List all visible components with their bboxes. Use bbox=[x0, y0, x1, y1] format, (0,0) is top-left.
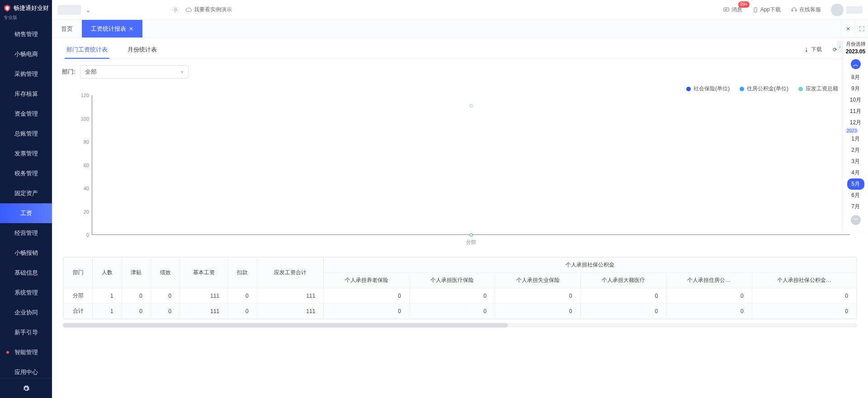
month-option[interactable]: 4月 bbox=[847, 167, 864, 178]
brand-name: 畅捷通好业财 bbox=[14, 4, 49, 12]
legend-c-label: 应发工资总额 bbox=[806, 85, 838, 93]
chart-zone: 社会保险(单位) 住房公积金(单位) 应发工资总额 02040608010012… bbox=[57, 82, 863, 251]
month-panel-header[interactable]: 月份选择 bbox=[846, 41, 866, 47]
month-option[interactable]: 3月 bbox=[847, 156, 864, 167]
tab-salary-label: 工资统计报表 bbox=[91, 25, 126, 33]
collapse-panel-button[interactable]: › bbox=[837, 41, 843, 52]
sidebar-item-5[interactable]: 总账管理 bbox=[0, 124, 52, 144]
tab-home[interactable]: 首页 bbox=[52, 20, 82, 37]
th-g5: 个人承担住房公… bbox=[666, 273, 752, 288]
org-selector[interactable]: ⌄ bbox=[57, 5, 166, 15]
user-name bbox=[846, 6, 863, 14]
y-tick: 60 bbox=[84, 163, 89, 168]
brand-edition: 专业版 bbox=[0, 14, 52, 21]
legend-a-label: 社会保险(单位) bbox=[693, 85, 730, 93]
sidebar-item-8[interactable]: 固定资产 bbox=[0, 183, 52, 203]
scrollbar-thumb[interactable] bbox=[63, 323, 508, 328]
month-option[interactable]: 11月 bbox=[847, 106, 864, 117]
cell: 0 bbox=[122, 304, 151, 319]
svg-rect-0 bbox=[724, 8, 729, 11]
month-option[interactable]: 10月 bbox=[847, 94, 864, 106]
th-perf: 绩效 bbox=[151, 258, 179, 288]
chevron-down-icon: ▾ bbox=[181, 69, 184, 75]
horizontal-scrollbar[interactable] bbox=[63, 323, 857, 328]
online-service-button[interactable]: 在线客服 bbox=[791, 6, 821, 14]
data-table: 部门 人数 津贴 绩效 基本工资 扣款 应发工资合计 个人承担社保公积金 个人承… bbox=[63, 257, 857, 319]
sidebar-item-2[interactable]: 采购管理 bbox=[0, 64, 52, 84]
subtab-month[interactable]: 月份统计表 bbox=[118, 41, 167, 58]
month-option[interactable]: 7月 bbox=[847, 201, 864, 212]
sidebar-item-9[interactable]: 工资 bbox=[0, 203, 52, 223]
close-all-button[interactable]: ✕ bbox=[841, 20, 854, 37]
th-g2: 个人承担医疗保险 bbox=[409, 273, 495, 288]
filter-row: 部门: 全部 ▾ bbox=[57, 59, 863, 82]
settings-icon[interactable] bbox=[172, 6, 179, 13]
sidebar: 畅捷通好业财 专业版 销售管理小畅电商采购管理库存核算资金管理总账管理发票管理税… bbox=[0, 0, 52, 398]
sidebar-item-4[interactable]: 资金管理 bbox=[0, 104, 52, 124]
month-option[interactable]: 1月 bbox=[847, 133, 864, 145]
content: 部门工资统计表 月份统计表 ⭳下载 ⟳刷新 部门: 全部 ▾ bbox=[52, 38, 868, 398]
month-option[interactable]: 6月 bbox=[847, 190, 864, 201]
sidebar-item-0[interactable]: 销售管理 bbox=[0, 24, 52, 44]
cell: 0 bbox=[324, 304, 409, 319]
cell: 0 bbox=[752, 288, 856, 304]
topbar: ⌄ 我要看实例演示 消息 99+ App下载 bbox=[52, 0, 868, 20]
y-tick: 120 bbox=[81, 93, 89, 98]
sidebar-item-6[interactable]: 发票管理 bbox=[0, 144, 52, 164]
fullscreen-button[interactable]: ⛶ bbox=[854, 20, 868, 37]
messages-badge: 99+ bbox=[738, 1, 750, 8]
cell: 111 bbox=[257, 304, 324, 319]
sidebar-item-7[interactable]: 税务管理 bbox=[0, 164, 52, 183]
table-row: 分部1001110111000000 bbox=[64, 288, 857, 304]
th-g1: 个人承担养老保险 bbox=[324, 273, 409, 288]
month-prev-button[interactable]: ︽ bbox=[851, 59, 861, 69]
subtab-department[interactable]: 部门工资统计表 bbox=[57, 41, 118, 58]
month-option[interactable]: 8月 bbox=[847, 72, 864, 83]
sidebar-item-11[interactable]: 小畅报销 bbox=[0, 243, 52, 263]
sidebar-item-15[interactable]: 新手引导 bbox=[0, 323, 52, 342]
cell: 0 bbox=[122, 288, 151, 304]
sidebar-item-14[interactable]: 企业协同 bbox=[0, 303, 52, 323]
subtab-b-label: 月份统计表 bbox=[127, 46, 157, 54]
cell: 0 bbox=[228, 288, 257, 304]
sidebar-item-1[interactable]: 小畅电商 bbox=[0, 44, 52, 64]
sidebar-item-3[interactable]: 库存核算 bbox=[0, 84, 52, 104]
sidebar-item-16[interactable]: 智能管理 bbox=[0, 342, 52, 362]
brand-icon bbox=[3, 4, 12, 13]
sidebar-item-17[interactable]: 应用中心 bbox=[0, 362, 52, 378]
legend-item-2[interactable]: 住房公积金(单位) bbox=[740, 85, 788, 93]
sidebar-item-13[interactable]: 系统管理 bbox=[0, 283, 52, 303]
download-button[interactable]: ⭳下载 bbox=[804, 46, 822, 53]
th-g6: 个人承担社保公积金… bbox=[752, 273, 856, 288]
legend-item-3[interactable]: 应发工资总额 bbox=[798, 85, 838, 93]
legend-dot-icon bbox=[740, 87, 744, 91]
cell: 111 bbox=[180, 288, 228, 304]
month-next-button[interactable]: ︾ bbox=[851, 215, 861, 225]
th-base: 基本工资 bbox=[180, 258, 228, 288]
th-g4: 个人承担大额医疗 bbox=[580, 273, 666, 288]
close-icon[interactable]: ✕ bbox=[129, 26, 133, 32]
legend-item-1[interactable]: 社会保险(单位) bbox=[686, 85, 730, 93]
month-option[interactable]: 5月 bbox=[847, 178, 864, 190]
report-panel: 部门工资统计表 月份统计表 ⭳下载 ⟳刷新 部门: 全部 ▾ bbox=[52, 38, 868, 398]
cell: 111 bbox=[257, 288, 324, 304]
department-select[interactable]: 全部 ▾ bbox=[80, 65, 189, 79]
cell: 0 bbox=[151, 288, 179, 304]
month-option[interactable]: 2月 bbox=[847, 145, 864, 156]
chart-point bbox=[470, 104, 473, 108]
month-option[interactable]: 9月 bbox=[847, 83, 864, 94]
sidebar-item-10[interactable]: 经营管理 bbox=[0, 223, 52, 243]
cell: 0 bbox=[151, 304, 179, 319]
messages-button[interactable]: 消息 99+ bbox=[723, 6, 742, 14]
user-menu[interactable] bbox=[831, 4, 863, 16]
sidebar-item-12[interactable]: 基础信息 bbox=[0, 263, 52, 283]
headset-icon bbox=[791, 6, 797, 13]
demo-link[interactable]: 我要看实例演示 bbox=[185, 6, 232, 14]
sidebar-settings[interactable] bbox=[0, 378, 52, 398]
tab-salary-report[interactable]: 工资统计报表 ✕ bbox=[82, 20, 142, 37]
app-label: App下载 bbox=[760, 6, 781, 14]
cell: 0 bbox=[752, 304, 856, 319]
page-tabs: 首页 工资统计报表 ✕ ✕ ⛶ bbox=[52, 20, 868, 38]
month-option[interactable]: 12月 bbox=[847, 117, 864, 128]
app-download-button[interactable]: App下载 bbox=[752, 6, 781, 14]
